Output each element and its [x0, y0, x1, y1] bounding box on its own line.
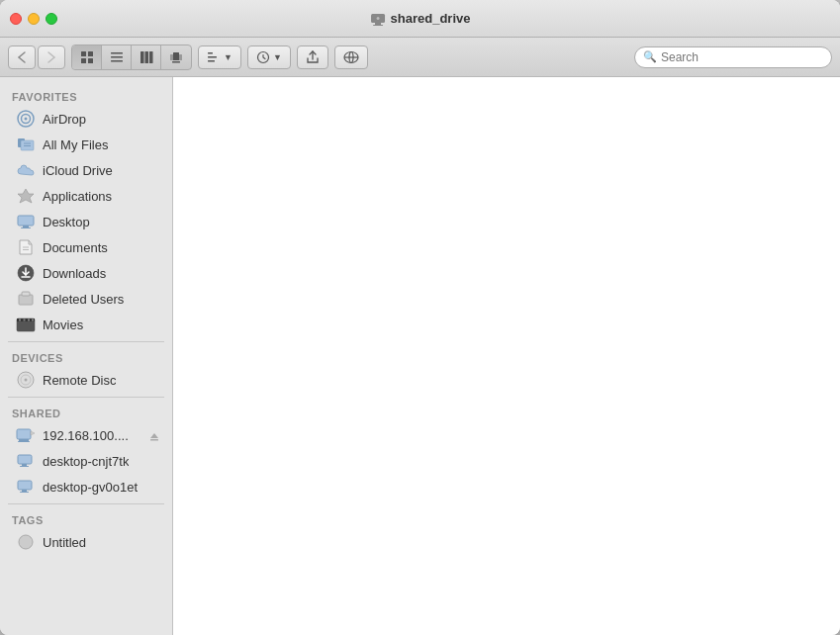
- sidebar-item-desktop[interactable]: Desktop: [4, 209, 168, 234]
- svg-rect-54: [150, 439, 158, 441]
- svg-rect-17: [172, 61, 180, 63]
- sidebar-item-movies[interactable]: Movies: [4, 312, 168, 337]
- tags-section-label: Tags: [0, 508, 172, 529]
- sidebar-item-network-drive[interactable]: 192.168.100....: [4, 422, 168, 448]
- untitled-tag-icon: [16, 532, 36, 552]
- network-drive-icon: [16, 425, 36, 445]
- finder-window: shared_drive: [0, 0, 840, 635]
- eject-icon: [148, 429, 160, 441]
- divider-2: [8, 397, 164, 398]
- sidebar-item-desktop-label: Desktop: [43, 215, 90, 229]
- sidebar-item-untitled-tag[interactable]: Untitled: [4, 529, 168, 555]
- forward-button[interactable]: [38, 45, 65, 69]
- svg-rect-6: [81, 58, 86, 63]
- svg-rect-8: [111, 52, 123, 54]
- sidebar-item-all-my-files-label: All My Files: [43, 137, 108, 152]
- arrange-button[interactable]: ▼: [198, 45, 241, 69]
- movies-icon: [16, 315, 36, 334]
- window-title: shared_drive: [370, 11, 471, 26]
- main-file-area[interactable]: [173, 77, 840, 635]
- toolbar: ▼ ▼ 🔍: [0, 38, 840, 77]
- minimize-button[interactable]: [28, 13, 40, 25]
- action-button[interactable]: ▼: [247, 45, 291, 69]
- applications-icon: [16, 186, 36, 206]
- svg-rect-19: [208, 56, 217, 58]
- downloads-icon: [16, 263, 36, 283]
- svg-rect-59: [22, 490, 27, 492]
- svg-rect-44: [24, 319, 26, 321]
- desktop-icon: [16, 212, 36, 231]
- path-button[interactable]: [334, 45, 368, 69]
- sidebar-item-icloud-drive[interactable]: iCloud Drive: [4, 157, 168, 183]
- sidebar-item-airdrop[interactable]: AirDrop: [4, 106, 168, 132]
- search-bar[interactable]: 🔍: [634, 46, 832, 68]
- svg-rect-4: [81, 51, 86, 56]
- sidebar-item-desktop-gv0o1et-label: desktop-gv0o1et: [43, 480, 138, 495]
- svg-point-49: [25, 379, 28, 382]
- sidebar-item-deleted-users[interactable]: Deleted Users: [4, 286, 168, 312]
- share-button[interactable]: [297, 45, 328, 69]
- svg-rect-2: [373, 25, 383, 26]
- sidebar-item-airdrop-label: AirDrop: [43, 112, 86, 127]
- svg-marker-53: [150, 433, 158, 438]
- svg-rect-55: [18, 455, 32, 464]
- sidebar-item-desktop-cnjt7tk-label: desktop-cnjt7tk: [43, 454, 129, 469]
- airdrop-icon: [16, 109, 36, 129]
- sidebar-item-desktop-cnjt7tk[interactable]: desktop-cnjt7tk: [4, 448, 168, 474]
- sidebar-item-movies-label: Movies: [43, 318, 83, 332]
- sidebar-item-icloud-drive-label: iCloud Drive: [43, 163, 113, 178]
- remote-disc-icon: [16, 370, 36, 390]
- svg-point-61: [19, 535, 33, 549]
- svg-rect-34: [21, 227, 31, 228]
- list-view-button[interactable]: [102, 45, 132, 69]
- svg-rect-7: [88, 58, 93, 63]
- traffic-lights: [10, 13, 57, 25]
- back-button[interactable]: [8, 45, 36, 69]
- svg-rect-15: [170, 54, 173, 60]
- all-my-files-icon: [16, 135, 36, 154]
- sidebar-item-documents[interactable]: Documents: [4, 234, 168, 260]
- svg-rect-18: [208, 52, 213, 54]
- sidebar-item-downloads[interactable]: Downloads: [4, 260, 168, 286]
- desktop-gv0o1et-icon: [16, 477, 36, 497]
- desktop-cnjt7tk-icon: [16, 451, 36, 471]
- nav-buttons: [8, 45, 65, 69]
- maximize-button[interactable]: [46, 13, 57, 25]
- close-button[interactable]: [10, 13, 22, 25]
- svg-rect-52: [18, 441, 30, 442]
- coverflow-view-button[interactable]: [161, 45, 191, 69]
- sidebar-item-all-my-files[interactable]: All My Files: [4, 132, 168, 157]
- divider-3: [8, 503, 164, 504]
- search-input[interactable]: [661, 50, 823, 64]
- view-controls: [71, 45, 192, 70]
- search-icon: 🔍: [643, 50, 657, 63]
- svg-rect-14: [173, 52, 179, 60]
- column-view-button[interactable]: [132, 45, 161, 69]
- sidebar: Favorites AirDrop All My Files: [0, 77, 173, 635]
- content-area: Favorites AirDrop All My Files: [0, 77, 840, 635]
- sidebar-item-network-drive-label: 192.168.100....: [43, 428, 129, 443]
- icon-view-button[interactable]: [72, 45, 102, 69]
- svg-point-3: [376, 17, 379, 20]
- svg-rect-11: [140, 51, 144, 63]
- svg-rect-20: [208, 60, 215, 62]
- svg-rect-13: [149, 51, 153, 63]
- svg-rect-5: [88, 51, 93, 56]
- favorites-section-label: Favorites: [0, 85, 172, 106]
- sidebar-item-downloads-label: Downloads: [43, 266, 106, 281]
- svg-rect-1: [375, 23, 381, 25]
- drive-icon: [370, 12, 386, 26]
- shared-section-label: Shared: [0, 402, 172, 422]
- svg-rect-58: [18, 481, 32, 490]
- devices-section-label: Devices: [0, 346, 172, 367]
- svg-rect-10: [111, 60, 123, 62]
- sidebar-item-remote-disc[interactable]: Remote Disc: [4, 367, 168, 393]
- titlebar: shared_drive: [0, 0, 840, 38]
- svg-rect-50: [17, 429, 31, 439]
- sidebar-item-applications[interactable]: Applications: [4, 183, 168, 209]
- svg-rect-16: [179, 54, 182, 60]
- divider-1: [8, 341, 164, 342]
- svg-rect-45: [28, 319, 30, 321]
- sidebar-item-untitled-tag-label: Untitled: [43, 535, 86, 550]
- sidebar-item-desktop-gv0o1et[interactable]: desktop-gv0o1et: [4, 474, 168, 499]
